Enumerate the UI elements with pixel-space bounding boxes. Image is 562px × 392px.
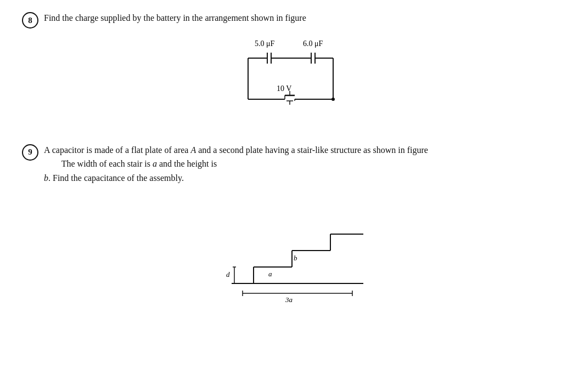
svg-point-11 [331,98,335,101]
problem-8-figure: 5.0 μF 6.0 μF [44,36,540,121]
circuit-diagram: 5.0 μF 6.0 μF [232,36,352,121]
problem-8-number: 8 [22,12,38,29]
area-variable: A [190,145,196,155]
svg-text:d: d [226,270,230,279]
width-variable: a [153,159,157,168]
stair-diagram: d a b 3a [199,196,385,305]
svg-text:a: a [268,270,272,278]
problem-9-number: 9 [22,144,38,161]
problem-8-content: Find the charge supplied by the battery … [44,11,540,127]
problem-8: 8 Find the charge supplied by the batter… [22,11,540,127]
problem-9-figure: d a b 3a [44,196,540,305]
problem-9-text: A capacitor is made of a flat plate of a… [44,143,540,185]
problem-9: 9 A capacitor is made of a flat plate of… [22,143,540,311]
svg-text:b: b [294,254,297,262]
svg-text:3a: 3a [285,296,293,304]
problem-8-text: Find the charge supplied by the battery … [44,11,540,25]
height-variable: b [44,173,48,183]
svg-text:6.0 μF: 6.0 μF [303,39,323,48]
svg-text:5.0 μF: 5.0 μF [255,39,275,48]
problem-9-content: A capacitor is made of a flat plate of a… [44,143,540,311]
